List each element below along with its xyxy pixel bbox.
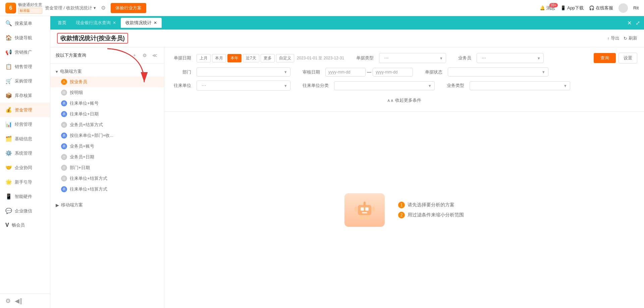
business-type-select[interactable]: ▾ <box>470 81 570 90</box>
setting-button[interactable]: 设置 <box>619 53 637 63</box>
gear-button[interactable]: ⚙ <box>99 3 108 13</box>
scheme-group-mobile[interactable]: ▶ 移动端方案 <box>50 200 164 210</box>
refresh-button[interactable]: ↻ 刷新 <box>624 35 637 41</box>
scheme-item-partner-settle1[interactable]: 目 往来单位+结算方式 <box>50 173 164 184</box>
date-from: 2023-01-01 <box>297 56 317 60</box>
sidebar-item-hardware[interactable]: 📱 智能硬件 <box>0 189 50 204</box>
scheme-item-partner-date[interactable]: 表 往来单位+日期 <box>50 109 164 119</box>
query-button[interactable]: 查询 <box>594 53 616 63</box>
settings-bottom-icon[interactable]: ⚙ <box>5 297 11 305</box>
date-btn-more[interactable]: 更多 <box>261 54 275 62</box>
review-date-to[interactable]: yyyy-mm-dd <box>373 68 413 76</box>
salesperson-label: 业务员 <box>458 55 471 61</box>
voucher-type-select[interactable]: ··· ▾ <box>379 53 446 63</box>
sidebar-label-basic: 基础信息 <box>15 136 32 142</box>
partner-category-select[interactable]: ▾ <box>334 81 435 90</box>
sidebar-item-system[interactable]: ⚙️ 系统管理 <box>0 146 50 160</box>
manage-scheme-btn[interactable]: ⚙ <box>141 51 149 59</box>
tab-receipt-close[interactable]: ✕ <box>154 21 157 25</box>
sidebar-item-marketing[interactable]: 📢 营销推广 <box>0 45 50 59</box>
sidebar-item-search[interactable]: 🔍 搜索菜单 <box>0 16 50 31</box>
dept-select[interactable]: ▾ <box>197 67 290 76</box>
tab-close-all-btn[interactable]: ✕ <box>626 18 633 28</box>
svg-rect-3 <box>362 212 367 213</box>
salesperson-select[interactable]: ··· ▾ <box>477 53 544 63</box>
add-scheme-btn[interactable]: ＋ <box>130 51 139 59</box>
msg-area[interactable]: 🔔 消息 99+ <box>540 5 555 11</box>
date-btn-this-year[interactable]: 本年 <box>227 54 241 62</box>
date-range: 2023-01-01 至 2023-12-31 <box>297 55 344 61</box>
sidebar-label-search: 搜索菜单 <box>15 20 32 27</box>
sidebar-label-purchase: 采购管理 <box>15 78 32 84</box>
date-btn-this-month[interactable]: 本月 <box>212 54 226 62</box>
business-type-arrow: ▾ <box>564 83 567 88</box>
sidebar-item-sales[interactable]: 📋 销售管理 <box>0 59 50 74</box>
filter-row-2: 部门 ▾ 审核日期 yyyy-mm-dd — yyyy-m <box>171 67 637 76</box>
scheme-label-dept: 按往来单位+部门+收... <box>70 133 113 139</box>
scheme-item-dept-date[interactable]: ⏱ 部门+日期 <box>50 162 164 173</box>
sidebar-item-guide[interactable]: 🌟 新手引导 <box>0 175 50 189</box>
date-btn-custom[interactable]: 自定义 <box>276 54 294 62</box>
breadcrumb: 资金管理 / 收款情况统计 ▾ <box>45 5 96 11</box>
svg-rect-8 <box>366 215 370 220</box>
scheme-icon-ps2: 表 <box>61 186 67 192</box>
sidebar-item-basic[interactable]: 🗂️ 基础信息 <box>0 132 50 146</box>
main-wrapper: 🔍 搜索菜单 🏠 快捷导航 📢 营销推广 📋 销售管理 🛒 采购管理 📦 库存核… <box>0 16 644 308</box>
scheme-item-by-salesperson[interactable]: 人 按业务员 <box>50 76 164 87</box>
tab-receipt-label: 收款情况统计 <box>125 20 152 26</box>
review-date-from-value: yyyy-mm-dd <box>328 70 350 74</box>
sidebar-item-wechat[interactable]: 💬 企业微信 <box>0 204 50 218</box>
scheme-group-desktop[interactable]: ▾ 电脑端方案 <box>50 66 164 76</box>
sidebar-item-shortcut[interactable]: 🏠 快捷导航 <box>0 31 50 45</box>
collapse-more-button[interactable]: ∧∧ 收起更多条件 <box>171 95 637 106</box>
sidebar-item-finance[interactable]: 💰 资金管理 <box>0 103 50 117</box>
collapse-sidebar-btn[interactable]: ◀‖ <box>15 297 22 305</box>
app-download-area[interactable]: 📱 App下载 <box>560 5 584 11</box>
scheme-item-partner-dept[interactable]: 表 按往来单位+部门+收... <box>50 130 164 141</box>
tab-bank[interactable]: 现金银行流水查询 ✕ <box>71 18 121 28</box>
sidebar-item-operation[interactable]: 📊 经营管理 <box>0 117 50 132</box>
date-btn-7days[interactable]: 近7天 <box>243 54 259 62</box>
date-btn-last-month[interactable]: 上月 <box>197 54 211 62</box>
sidebar-item-inventory[interactable]: 📦 库存核算 <box>0 88 50 103</box>
filter-row-1: 单据日期 上月 本月 本年 近7天 更多 自定义 2023-01-01 至 <box>171 53 637 63</box>
sidebar-label-guide: 新手引导 <box>15 179 32 185</box>
scheme-item-salesperson-date[interactable]: ⏱ 业务员+日期 <box>50 152 164 162</box>
collapse-more-label: 收起更多条件 <box>395 97 421 103</box>
logo-area: 6 畅捷通好生意 标准版 <box>5 2 42 14</box>
voucher-status-select[interactable]: ▾ <box>448 67 548 76</box>
tab-receipt[interactable]: 收款情况统计 ✕ <box>121 18 162 28</box>
tab-expand-btn[interactable]: ⤢ <box>634 18 641 28</box>
review-date-label: 审核日期 <box>303 69 320 75</box>
export-button[interactable]: ↑ 导出 <box>607 35 620 41</box>
scheme-item-salesperson-account[interactable]: 表 业务员+账号 <box>50 141 164 152</box>
partner-select[interactable]: ··· ▾ <box>197 81 290 91</box>
tab-home-label: 首页 <box>58 20 66 25</box>
scheme-item-partner-account[interactable]: 表 往来单位+账号 <box>50 98 164 109</box>
online-service-area[interactable]: 🎧 在线客服 <box>589 5 613 11</box>
sidebar-item-vip[interactable]: V 畅会员 <box>0 218 50 232</box>
tab-bank-close[interactable]: ✕ <box>113 21 116 25</box>
tab-home[interactable]: 首页 <box>53 18 71 28</box>
svg-rect-0 <box>358 205 371 215</box>
inventory-icon: 📦 <box>5 92 12 99</box>
scheme-item-partner-settle2[interactable]: 表 往来单位+结算方式 <box>50 184 164 195</box>
standard-badge: 标准版 <box>18 8 42 14</box>
sidebar-label-enterprise: 企业协同 <box>15 165 32 171</box>
robot-icon <box>351 197 378 223</box>
review-date-from[interactable]: yyyy-mm-dd <box>325 68 366 76</box>
dept-arrow: ▾ <box>284 69 287 74</box>
sidebar-item-purchase[interactable]: 🛒 采购管理 <box>0 74 50 88</box>
collapse-panel-btn[interactable]: ≪ <box>151 51 159 59</box>
scheme-icon-partner-account: 表 <box>61 100 67 106</box>
scheme-item-salesperson-settle[interactable]: 柱 业务员+结算方式 <box>50 119 164 130</box>
user-avatar[interactable] <box>619 3 628 13</box>
voucher-status-arrow: ▾ <box>542 69 545 74</box>
sidebar-item-enterprise[interactable]: 🤝 企业协同 <box>0 160 50 175</box>
voucher-type-dots: ··· <box>384 55 388 61</box>
partner-dots: ··· <box>202 83 206 89</box>
scheme-icon-detail: 目 <box>61 90 67 96</box>
scheme-item-by-detail[interactable]: 目 按明细 <box>50 87 164 98</box>
right-panel: 单据日期 上月 本月 本年 近7天 更多 自定义 2023-01-01 至 <box>164 47 644 308</box>
trial-button[interactable]: 体验行业方案 <box>111 3 146 13</box>
